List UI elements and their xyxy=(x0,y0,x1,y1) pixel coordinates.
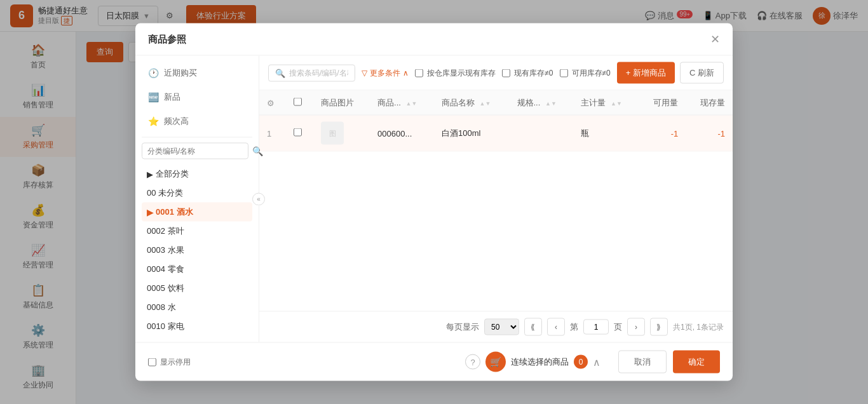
category-0001[interactable]: ▶ 0001 酒水 xyxy=(142,203,252,222)
category-search-input[interactable] xyxy=(142,143,248,159)
warehouse-stock-checkbox[interactable] xyxy=(415,69,423,77)
per-page-label: 每页显示 xyxy=(446,321,479,333)
category-0004[interactable]: 0004 零食 xyxy=(142,260,252,279)
cart-icon-button[interactable]: 🛒 xyxy=(485,352,506,372)
current-stock-checkbox[interactable] xyxy=(502,69,510,77)
help-button[interactable]: ? xyxy=(465,354,480,370)
left-divider xyxy=(142,137,252,138)
unit-sort-icon: ▲▼ xyxy=(611,101,622,107)
unit-col-label: 主计量 xyxy=(581,98,606,107)
image-col-label: 商品图片 xyxy=(321,98,354,107)
category-0005-label: 0005 饮料 xyxy=(147,283,184,294)
column-settings-icon[interactable]: ⚙ xyxy=(267,98,275,107)
footer-center: ? 🛒 连续选择的商品 0 ∧ xyxy=(465,352,600,372)
th-name[interactable]: 商品名称 ▲▼ xyxy=(434,91,510,116)
left-tab-frequent-label: 频次高 xyxy=(164,116,189,127)
refresh-button[interactable]: C 刷新 xyxy=(680,62,724,84)
category-0002-label: 0002 茶叶 xyxy=(147,226,184,237)
available-stock-checkbox[interactable] xyxy=(560,69,568,77)
th-spec[interactable]: 规格... ▲▼ xyxy=(510,91,574,116)
row-num: 1 xyxy=(259,115,286,151)
stock-col-label: 现存量 xyxy=(700,98,725,107)
modal-close-button[interactable]: ✕ xyxy=(710,32,720,46)
new-icon: 🆕 xyxy=(148,92,159,102)
left-tab-new-label: 新品 xyxy=(164,91,180,103)
page-word: 第 xyxy=(570,321,578,333)
checkbox-warehouse-stock: 按仓库显示现有库存 xyxy=(415,67,496,78)
modal-title: 商品参照 xyxy=(148,33,186,45)
right-panel: 🔍 ▽ 更多条件 ∧ 按仓库显示现有库存 现有库存≠0 xyxy=(259,56,733,342)
next-page-button[interactable]: › xyxy=(627,318,645,336)
first-page-button[interactable]: ⟪ xyxy=(524,318,542,336)
category-all-label: 全部分类 xyxy=(156,168,189,180)
modal-header: 商品参照 ✕ xyxy=(135,24,733,56)
row-code-cell: 000600... xyxy=(370,115,434,151)
spec-col-label: 规格... xyxy=(517,98,541,107)
th-unit[interactable]: 主计量 ▲▼ xyxy=(573,91,639,116)
category-0008-label: 0008 水 xyxy=(147,302,176,313)
product-table: ⚙ 商品图片 商品... ▲▼ xyxy=(259,91,733,152)
row-stock-cell: -1 xyxy=(686,115,733,151)
row-name-cell: 白酒100ml xyxy=(434,115,510,151)
show-disabled-label: 显示停用 xyxy=(160,356,191,367)
category-0004-label: 0004 零食 xyxy=(147,264,184,275)
select-all-checkbox[interactable] xyxy=(294,98,302,106)
product-search-input[interactable] xyxy=(289,69,348,77)
show-disabled-checkbox[interactable] xyxy=(148,358,156,366)
product-reference-modal: 商品参照 ✕ 🕐 近期购买 🆕 新品 ⭐ 频次高 xyxy=(135,24,733,381)
table-header-row: ⚙ 商品图片 商品... ▲▼ xyxy=(259,91,733,116)
frequent-icon: ⭐ xyxy=(148,116,159,126)
category-0008[interactable]: 0008 水 xyxy=(142,298,252,317)
left-panel-collapse-button[interactable]: « xyxy=(252,192,265,205)
page-number-input[interactable] xyxy=(583,320,609,335)
collapse-footer-button[interactable]: ∧ xyxy=(593,356,600,368)
per-page-select[interactable]: 50 10 20 100 xyxy=(484,319,519,335)
confirm-button[interactable]: 确定 xyxy=(673,351,720,374)
category-search-icon[interactable]: 🔍 xyxy=(252,146,263,156)
row-checkbox[interactable] xyxy=(294,128,302,137)
th-stock[interactable]: 现存量 xyxy=(686,91,733,116)
left-tab-frequent[interactable]: ⭐ 频次高 xyxy=(142,111,252,132)
more-filter-button[interactable]: ▽ 更多条件 ∧ xyxy=(362,67,409,78)
all-arrow-icon: ▶ xyxy=(147,169,153,178)
filter-arrow-icon: ∧ xyxy=(403,69,409,77)
category-0003[interactable]: 0003 水果 xyxy=(142,241,252,260)
last-page-button[interactable]: ⟫ xyxy=(650,318,668,336)
category-0010[interactable]: 0010 家电 xyxy=(142,317,252,336)
left-tabs: 🕐 近期购买 🆕 新品 ⭐ 频次高 xyxy=(135,62,259,132)
category-00-label: 00 未分类 xyxy=(147,187,183,199)
add-product-button[interactable]: + 新增商品 xyxy=(617,62,675,84)
available-col-label: 可用量 xyxy=(653,98,678,107)
category-00[interactable]: 00 未分类 xyxy=(142,184,252,203)
code-sort-icon: ▲▼ xyxy=(406,101,417,107)
table-row[interactable]: 1 图 000600... 白酒100ml xyxy=(259,115,733,151)
prev-page-button[interactable]: ‹ xyxy=(547,318,565,336)
checkbox-current-stock: 现有库存≠0 xyxy=(502,67,553,78)
product-search-box: 🔍 xyxy=(268,64,355,81)
toolbar-right: + 新增商品 C 刷新 xyxy=(617,62,724,84)
left-tab-recent-label: 近期购买 xyxy=(164,67,197,79)
footer-left: 显示停用 xyxy=(148,356,191,367)
total-pages-info: 共1页, 1条记录 xyxy=(673,321,724,332)
category-0002[interactable]: 0002 茶叶 xyxy=(142,222,252,241)
category-0005[interactable]: 0005 饮料 xyxy=(142,279,252,298)
category-0010-label: 0010 家电 xyxy=(147,321,184,332)
toolbar: 🔍 ▽ 更多条件 ∧ 按仓库显示现有库存 现有库存≠0 xyxy=(259,56,733,91)
available-stock-label: 可用库存≠0 xyxy=(572,67,611,78)
th-settings[interactable]: ⚙ xyxy=(259,91,286,116)
th-available[interactable]: 可用量 xyxy=(639,91,686,116)
modal-footer: 显示停用 ? 🛒 连续选择的商品 0 ∧ 取消 确定 xyxy=(135,342,733,381)
category-0001-label: 0001 酒水 xyxy=(156,206,193,218)
th-code[interactable]: 商品... ▲▼ xyxy=(370,91,434,116)
left-tab-recent[interactable]: 🕐 近期购买 xyxy=(142,62,252,84)
left-tab-new[interactable]: 🆕 新品 xyxy=(142,86,252,108)
row-available-cell: -1 xyxy=(639,115,686,151)
cancel-button[interactable]: 取消 xyxy=(618,351,667,374)
row-unit-cell: 瓶 xyxy=(573,115,639,151)
product-unit: 瓶 xyxy=(581,128,589,138)
filter-icon: ▽ xyxy=(362,69,367,77)
category-tree: ▶ 全部分类 00 未分类 ▶ 0001 酒水 0002 茶叶 0003 水果 xyxy=(135,165,259,336)
row-spec-cell xyxy=(510,115,574,151)
category-all[interactable]: ▶ 全部分类 xyxy=(142,165,252,184)
collapse-left-icon: « xyxy=(257,196,261,203)
